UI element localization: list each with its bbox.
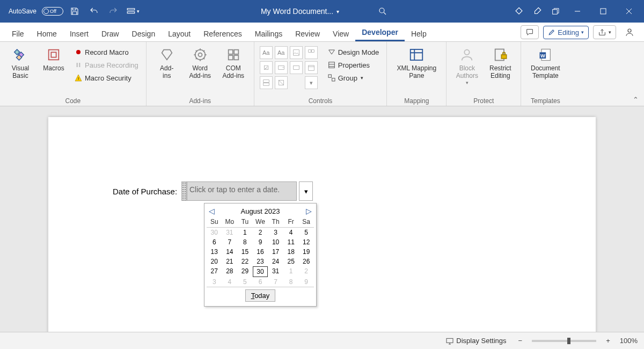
tab-home[interactable]: Home bbox=[31, 25, 63, 41]
calendar-day[interactable]: 8 bbox=[237, 237, 253, 247]
calendar-day[interactable]: 14 bbox=[222, 247, 238, 257]
document-title[interactable]: My Word Document... bbox=[261, 7, 333, 16]
date-picker-control-icon[interactable] bbox=[305, 61, 318, 74]
calendar-day[interactable]: 9 bbox=[253, 237, 268, 247]
tab-mailings[interactable]: Mailings bbox=[248, 25, 289, 41]
maximize-button[interactable] bbox=[591, 3, 615, 19]
calendar-day[interactable]: 25 bbox=[283, 257, 299, 266]
calendar-day[interactable]: 26 bbox=[298, 257, 314, 266]
calendar-day[interactable]: 6 bbox=[207, 237, 222, 247]
repeating-section-control-icon[interactable] bbox=[260, 76, 273, 89]
calendar-day[interactable]: 23 bbox=[253, 257, 268, 266]
brush-icon[interactable] bbox=[529, 3, 545, 19]
zoom-in-button[interactable]: + bbox=[604, 337, 612, 345]
autosave-toggle[interactable]: Off bbox=[42, 7, 63, 16]
calendar-day[interactable]: 4 bbox=[283, 228, 299, 237]
macro-security-button[interactable]: ! Macro Security bbox=[72, 72, 141, 84]
calendar-day[interactable]: 1 bbox=[283, 266, 299, 277]
tab-insert[interactable]: Insert bbox=[63, 25, 95, 41]
calendar-day[interactable]: 5 bbox=[298, 228, 314, 237]
calendar-day[interactable]: 22 bbox=[237, 257, 253, 266]
legacy-tools-icon[interactable] bbox=[275, 76, 288, 89]
today-button[interactable]: Today bbox=[245, 289, 276, 302]
calendar-day[interactable]: 7 bbox=[268, 277, 283, 287]
block-authors-button[interactable]: Block Authors ▾ bbox=[452, 44, 482, 85]
document-template-button[interactable]: W Document Template bbox=[526, 44, 564, 80]
calendar-day[interactable]: 24 bbox=[268, 257, 283, 266]
calendar-day[interactable]: 11 bbox=[283, 237, 299, 247]
qat-customize-icon[interactable]: ▾ bbox=[125, 3, 141, 19]
calendar-day[interactable]: 4 bbox=[222, 277, 238, 287]
xml-mapping-button[interactable]: XML Mapping Pane bbox=[392, 44, 441, 80]
calendar-day[interactable]: 13 bbox=[207, 247, 222, 257]
prev-month-icon[interactable]: ◁ bbox=[209, 207, 215, 215]
tab-view[interactable]: View bbox=[326, 25, 355, 41]
addins-button[interactable]: Add- ins bbox=[152, 44, 182, 80]
calendar-day[interactable]: 29 bbox=[237, 266, 253, 277]
redo-icon[interactable] bbox=[105, 3, 121, 19]
calendar-day[interactable]: 16 bbox=[253, 247, 268, 257]
collapse-ribbon-icon[interactable]: ⌃ bbox=[633, 96, 639, 104]
tab-file[interactable]: File bbox=[5, 25, 31, 41]
tab-references[interactable]: References bbox=[197, 25, 248, 41]
record-macro-button[interactable]: Record Macro bbox=[72, 46, 141, 58]
plain-text-control-icon[interactable]: Aa bbox=[275, 46, 288, 59]
combobox-control-icon[interactable] bbox=[275, 61, 288, 74]
design-mode-button[interactable]: Design Mode bbox=[325, 46, 382, 58]
comments-button[interactable] bbox=[521, 25, 539, 39]
control-handle[interactable] bbox=[181, 181, 187, 201]
calendar-day[interactable]: 17 bbox=[268, 247, 283, 257]
display-settings-button[interactable]: Display Settings bbox=[443, 335, 508, 347]
chevron-down-icon[interactable]: ▾ bbox=[336, 9, 339, 14]
calendar-day[interactable]: 12 bbox=[298, 237, 314, 247]
word-addins-button[interactable]: Word Add-ins bbox=[185, 44, 215, 80]
calendar-day[interactable]: 31 bbox=[268, 266, 283, 277]
undo-icon[interactable] bbox=[86, 3, 102, 19]
properties-button[interactable]: Properties bbox=[325, 59, 382, 71]
editing-mode-button[interactable]: Editing▾ bbox=[543, 26, 589, 39]
restrict-editing-button[interactable]: Restrict Editing bbox=[485, 44, 515, 80]
macros-button[interactable]: Macros bbox=[39, 44, 69, 72]
calendar-day[interactable]: 15 bbox=[237, 247, 253, 257]
share-button[interactable]: ▾ bbox=[593, 25, 616, 39]
account-icon[interactable] bbox=[620, 25, 639, 39]
legacy-dropdown-icon[interactable]: ▾ bbox=[305, 76, 318, 89]
date-picker-control[interactable]: Click or tap to enter a date. ▾ bbox=[181, 181, 313, 201]
tab-help[interactable]: Help bbox=[405, 25, 433, 41]
close-button[interactable] bbox=[617, 3, 641, 19]
calendar-day[interactable]: 6 bbox=[253, 277, 268, 287]
calendar-day[interactable]: 27 bbox=[207, 266, 222, 277]
calendar-day[interactable]: 7 bbox=[222, 237, 238, 247]
com-addins-button[interactable]: COM Add-ins bbox=[218, 44, 248, 80]
calendar-day[interactable]: 3 bbox=[207, 277, 222, 287]
tab-draw[interactable]: Draw bbox=[95, 25, 126, 41]
zoom-slider[interactable] bbox=[532, 340, 596, 342]
picture-control-icon[interactable] bbox=[290, 46, 303, 59]
calendar-day[interactable]: 10 bbox=[268, 237, 283, 247]
search-icon[interactable] bbox=[375, 3, 391, 19]
calendar-day[interactable]: 1 bbox=[237, 228, 253, 237]
date-input-placeholder[interactable]: Click or tap to enter a date. bbox=[187, 181, 297, 201]
calendar-day[interactable]: 21 bbox=[222, 257, 238, 266]
zoom-level[interactable]: 100% bbox=[620, 337, 638, 345]
visual-basic-button[interactable]: Visual Basic bbox=[5, 44, 35, 80]
calendar-day[interactable]: 3 bbox=[268, 228, 283, 237]
tab-design[interactable]: Design bbox=[126, 25, 162, 41]
building-block-control-icon[interactable] bbox=[305, 46, 318, 59]
calendar-day[interactable]: 2 bbox=[253, 228, 268, 237]
diamond-icon[interactable] bbox=[511, 3, 527, 19]
calendar-day[interactable]: 31 bbox=[222, 228, 238, 237]
controls-gallery[interactable]: Aa Aa ☑ ▾ bbox=[260, 46, 318, 89]
next-month-icon[interactable]: ▷ bbox=[306, 207, 312, 215]
minimize-button[interactable] bbox=[566, 3, 589, 19]
calendar-day[interactable]: 18 bbox=[283, 247, 299, 257]
calendar-day[interactable]: 20 bbox=[207, 257, 222, 266]
zoom-out-button[interactable]: − bbox=[516, 337, 525, 345]
date-dropdown-button[interactable]: ▾ bbox=[299, 181, 313, 201]
tab-layout[interactable]: Layout bbox=[162, 25, 197, 41]
document-page[interactable]: Date of Purchase: Click or tap to enter … bbox=[48, 117, 596, 332]
tab-review[interactable]: Review bbox=[289, 25, 326, 41]
restore-window-icon[interactable] bbox=[547, 3, 564, 19]
save-icon[interactable] bbox=[67, 3, 83, 19]
dropdown-control-icon[interactable] bbox=[290, 61, 303, 74]
